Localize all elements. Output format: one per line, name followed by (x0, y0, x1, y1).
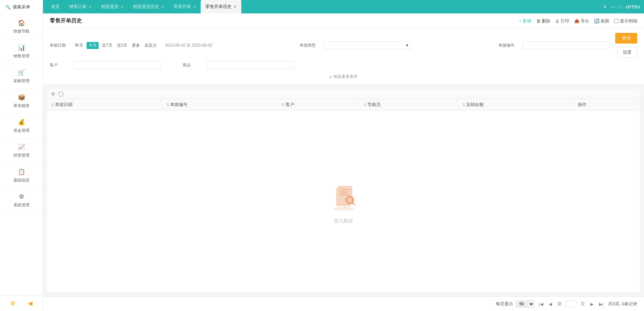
order-type-select[interactable]: ▾ (324, 41, 411, 49)
page-unit-label: 页 (579, 300, 587, 308)
setting-button[interactable]: 设置 (617, 47, 637, 58)
order-no-input[interactable] (523, 41, 610, 49)
date-shortcut-近1月[interactable]: 近1月 (116, 42, 129, 49)
col-header-no[interactable]: ⇅单据编号 (162, 99, 277, 111)
content-area: ⚙ ⇅单据日期⇅单据编号⇅客户⇅导购员⇅实销金额操作 (43, 85, 644, 297)
sidebar-item-label-purchase-mgmt: 采购管理 (13, 78, 30, 84)
inventory-icon: 📦 (18, 94, 25, 101)
finance-mgmt-icon: 💰 (18, 118, 25, 126)
last-page-btn[interactable]: ▶| (597, 301, 605, 307)
search-icon: 🔍 (5, 5, 11, 10)
col-header-action: 操作 (574, 99, 640, 111)
col-header-date[interactable]: ⇅单据日期 (47, 99, 162, 111)
page-area: 零售开单历史 + 新增 🗑 删除 🖨 打印 📤 导出 🔄 刷新 显示明细 单据日… (43, 13, 644, 311)
tab-label-retail-open: 零售开单 (174, 4, 191, 10)
order-type-label: 单据类型 (300, 43, 318, 48)
goods-dots: ... (288, 63, 291, 67)
tab-sales-return[interactable]: 销货退货✕ (96, 0, 128, 13)
sidebar-item-basic-info[interactable]: 📋 基础信息 (0, 163, 43, 188)
minimize-icon[interactable]: — (611, 4, 615, 9)
sort-arrows-amount: ⇅ (462, 103, 465, 107)
sidebar-item-label-quick-nav: 快捷导航 (13, 29, 30, 34)
pagination: 每页显示 50 100 200 |◀ ◀ 第 1 页 ▶ ▶| 共0页, 0条记… (43, 297, 644, 311)
maximize-icon[interactable]: □ (619, 4, 622, 9)
tab-close-sales-return[interactable]: ✕ (120, 5, 123, 9)
date-shortcut-昨天[interactable]: 昨天 (74, 42, 85, 49)
tab-label-sales-order: 销售订单 (69, 4, 87, 10)
data-table: ⇅单据日期⇅单据编号⇅客户⇅导购员⇅实销金额操作 (47, 99, 640, 111)
table-settings-icon[interactable]: ⚙ (51, 91, 55, 97)
sort-arrows-date: ⇅ (51, 103, 54, 107)
sidebar-item-purchase-mgmt[interactable]: 🛒 采购管理 (0, 64, 43, 89)
svg-rect-5 (340, 194, 348, 195)
basic-info-icon: 📋 (18, 168, 25, 175)
sidebar-item-label-finance-mgmt: 资金管理 (13, 128, 30, 134)
sidebar-bottom: ⚙ ◀ (0, 295, 43, 311)
print-button[interactable]: 🖨 打印 (555, 18, 569, 24)
collapse-sidebar-icon[interactable]: ◀ (28, 300, 33, 307)
sidebar-item-operation-mgmt[interactable]: 📈 经营管理 (0, 139, 43, 163)
svg-line-8 (352, 203, 355, 205)
sidebar-search[interactable]: 🔍 搜索采单 (0, 0, 43, 14)
table-area: ⚙ ⇅单据日期⇅单据编号⇅客户⇅导购员⇅实销金额操作 (47, 89, 640, 293)
export-button[interactable]: 📤 导出 (574, 18, 590, 24)
sidebar-item-label-sales-mgmt: 销售管理 (13, 53, 30, 59)
page-actions: + 新增 🗑 删除 🖨 打印 📤 导出 🔄 刷新 显示明细 (519, 18, 637, 24)
tab-retail-open[interactable]: 零售开单✕ (169, 0, 201, 13)
date-shortcut-自定义[interactable]: 自定义 (143, 42, 158, 49)
first-page-btn[interactable]: |◀ (537, 301, 545, 307)
dropdown-icon: ▾ (406, 43, 408, 48)
tab-close-sales-return-history[interactable]: ✕ (161, 5, 164, 9)
top-nav: 首页销售订单✕销货退货✕销货退货历史✕零售开单✕零售开单历史✕ ✕ — □ Of… (43, 0, 644, 13)
date-shortcut-近7天[interactable]: 近7天 (101, 42, 114, 49)
sidebar-search-label: 搜索采单 (13, 4, 30, 10)
filter-row-1: 单据日期 昨天今天近7天近1月更多自定义 2023-06-02 至 2023-0… (50, 33, 637, 58)
add-button[interactable]: + 新增 (519, 18, 531, 24)
sidebar-item-sales-mgmt[interactable]: 📊 销售管理 (0, 39, 43, 64)
col-header-amount[interactable]: ⇅实销金额 (458, 99, 574, 111)
close-window-icon[interactable]: ✕ (603, 4, 607, 9)
sidebar-item-label-system-mgmt: 系统管理 (13, 202, 30, 208)
sort-arrows-salesperson: ⇅ (363, 103, 366, 107)
sidebar-item-finance-mgmt[interactable]: 💰 资金管理 (0, 114, 43, 139)
sidebar-item-quick-nav[interactable]: 🏠 快捷导航 (0, 14, 43, 39)
prev-page-btn[interactable]: ◀ (547, 301, 554, 307)
tab-label-home: 首页 (51, 4, 60, 10)
collapse-button[interactable]: ∧ 收起更多条件 (50, 72, 637, 81)
sidebar: 🔍 搜索采单 🏠 快捷导航📊 销售管理🛒 采购管理📦 库存核算💰 资金管理📈 经… (0, 0, 43, 311)
filter-row-2: 客户 ... 商品 ... (50, 61, 637, 69)
date-range-display: 2023-06-02 至 2023-06-02 (165, 43, 212, 48)
tab-sales-order[interactable]: 销售订单✕ (64, 0, 96, 13)
customer-select[interactable]: ... (74, 61, 161, 69)
select-all-checkbox[interactable] (59, 92, 63, 96)
settings-bottom-icon[interactable]: ⚙ (10, 300, 15, 307)
svg-point-0 (334, 207, 354, 211)
date-shortcut-更多[interactable]: 更多 (131, 42, 141, 49)
tab-close-sales-order[interactable]: ✕ (89, 5, 92, 9)
tab-sales-return-history[interactable]: 销货退货历史✕ (128, 0, 169, 13)
refresh-button[interactable]: 🔄 刷新 (594, 18, 609, 24)
date-filter-label: 单据日期 (50, 43, 68, 48)
tab-close-retail-open-history[interactable]: ✕ (234, 5, 237, 9)
col-header-salesperson[interactable]: ⇅导购员 (359, 99, 458, 111)
empty-illustration (327, 179, 360, 213)
sidebar-item-inventory[interactable]: 📦 库存核算 (0, 89, 43, 114)
goods-select[interactable]: ... (207, 61, 294, 69)
main-area: 首页销售订单✕销货退货✕销货退货历史✕零售开单✕零售开单历史✕ ✕ — □ Of… (43, 0, 644, 311)
tab-retail-open-history[interactable]: 零售开单历史✕ (201, 0, 241, 13)
sidebar-item-system-mgmt[interactable]: ⚙ 系统管理 (0, 188, 43, 213)
col-header-customer[interactable]: ⇅客户 (278, 99, 359, 111)
query-button[interactable]: 查询 (615, 33, 637, 44)
date-shortcut-今天[interactable]: 今天 (87, 42, 99, 49)
show-detail-label: 显示明细 (620, 18, 637, 24)
tab-home[interactable]: 首页 (46, 0, 64, 13)
next-page-btn[interactable]: ▶ (588, 301, 596, 307)
show-detail-checkbox[interactable] (614, 19, 618, 23)
tab-close-retail-open[interactable]: ✕ (193, 5, 196, 9)
page-number-input[interactable]: 1 (565, 301, 577, 307)
per-page-select[interactable]: 50 100 200 (516, 300, 534, 308)
brand-label: OfTEn (626, 4, 641, 9)
sidebar-item-label-inventory: 库存核算 (13, 103, 30, 109)
delete-button[interactable]: 🗑 删除 (536, 18, 551, 24)
filter-area: 单据日期 昨天今天近7天近1月更多自定义 2023-06-02 至 2023-0… (43, 29, 644, 85)
